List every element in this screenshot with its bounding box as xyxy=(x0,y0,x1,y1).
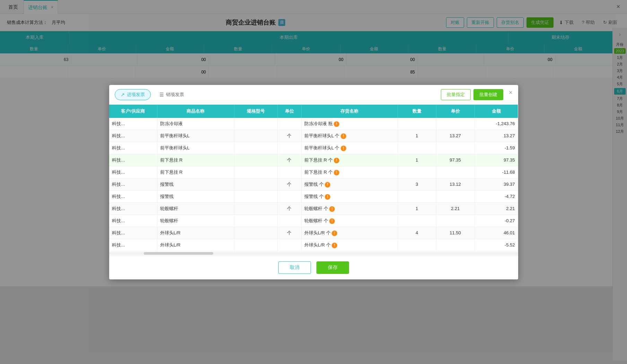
cell-supplier: 科技… xyxy=(109,190,157,202)
modal-close-btn[interactable]: × xyxy=(509,89,513,100)
cell-unit xyxy=(277,142,301,154)
cell-product-name: 轮毂螺杆 xyxy=(157,215,234,227)
table-row: 科技… 报警线 报警线 个 ! -4.72 xyxy=(109,190,518,202)
cell-unit-price xyxy=(436,190,474,202)
table-row: 科技… 轮毂螺杆 个 轮毂螺杆 个 ! 1 2.21 2.21 xyxy=(109,202,518,215)
warning-icon: ! xyxy=(334,121,339,127)
warning-icon: ! xyxy=(325,182,330,188)
cell-stock-name: 前平衡杆球头L 个 ! xyxy=(302,142,398,154)
modal-dialog: ↗ 进项发票 ☰ 销项发票 批量指定 批量创建 × 客户/供应商 商品名称 xyxy=(109,85,518,279)
cell-qty xyxy=(398,118,436,130)
cell-amount: 97.35 xyxy=(474,154,518,166)
cell-supplier: 科技… xyxy=(109,118,157,130)
th-product-name: 商品名称 xyxy=(157,105,234,118)
cell-stock-name: 前下悬挂 R 个 ! xyxy=(302,166,398,178)
cell-spec xyxy=(234,215,277,227)
cell-unit-price xyxy=(436,239,474,251)
cell-supplier: 科技… xyxy=(109,215,157,227)
cell-spec xyxy=(234,166,277,178)
batch-create-btn[interactable]: 批量创建 xyxy=(473,89,503,100)
cell-amount: 46.01 xyxy=(474,227,518,239)
cell-product-name: 前下悬挂 R xyxy=(157,154,234,166)
cell-qty xyxy=(398,142,436,154)
cell-product-name: 前平衡杆球头L xyxy=(157,142,234,154)
warning-icon: ! xyxy=(334,158,339,163)
warning-icon: ! xyxy=(341,133,346,139)
modal-table-container: 客户/供应商 商品名称 规格型号 单位 存货名称 数量 单价 金额 科技… 防冻… xyxy=(109,105,518,251)
cell-amount: -5.52 xyxy=(474,239,518,251)
cell-stock-name: 轮毂螺杆 个 ! xyxy=(302,202,398,215)
cell-unit-price xyxy=(436,166,474,178)
cell-stock-name: 轮毂螺杆 个 ! xyxy=(302,215,398,227)
cell-spec xyxy=(234,239,277,251)
cell-supplier: 科技… xyxy=(109,202,157,215)
cell-stock-name: 外球头L/R 个 ! xyxy=(302,239,398,251)
table-header-row: 客户/供应商 商品名称 规格型号 单位 存货名称 数量 单价 金额 xyxy=(109,105,518,118)
cell-stock-name: 前下悬挂 R 个 ! xyxy=(302,154,398,166)
outbound-icon: ☰ xyxy=(159,92,164,97)
cell-unit-price: 13.27 xyxy=(436,130,474,142)
warning-icon: ! xyxy=(334,170,339,175)
cell-unit: 个 xyxy=(277,202,301,215)
cell-qty xyxy=(398,215,436,227)
modal-header: ↗ 进项发票 ☰ 销项发票 批量指定 批量创建 × xyxy=(109,85,518,105)
cell-product-name: 前下悬挂 R xyxy=(157,166,234,178)
invoice-table: 客户/供应商 商品名称 规格型号 单位 存货名称 数量 单价 金额 科技… 防冻… xyxy=(109,105,518,251)
cancel-btn[interactable]: 取消 xyxy=(278,261,311,274)
cell-spec xyxy=(234,130,277,142)
cell-supplier: 科技… xyxy=(109,130,157,142)
cell-qty: 1 xyxy=(398,154,436,166)
cell-unit-price: 13.12 xyxy=(436,178,474,190)
cell-qty: 1 xyxy=(398,130,436,142)
cell-amount: 2.21 xyxy=(474,202,518,215)
cell-product-name: 前平衡杆球头L xyxy=(157,130,234,142)
cell-spec xyxy=(234,190,277,202)
cell-unit xyxy=(277,118,301,130)
cell-amount: -11.68 xyxy=(474,166,518,178)
table-row: 科技… 外球头L/R 个 外球头L/R 个 ! 4 11.50 46.01 xyxy=(109,227,518,239)
cell-product-name: 报警线 xyxy=(157,190,234,202)
cell-product-name: 报警线 xyxy=(157,178,234,190)
outbound-invoice-label: 销项发票 xyxy=(166,92,184,98)
cell-supplier: 科技… xyxy=(109,178,157,190)
cell-spec xyxy=(234,178,277,190)
table-row: 科技… 前下悬挂 R 个 前下悬挂 R 个 ! 1 97.35 97.35 xyxy=(109,154,518,166)
cell-unit: 个 xyxy=(277,178,301,190)
th-unit: 单位 xyxy=(277,105,301,118)
th-unit-price: 单价 xyxy=(436,105,474,118)
cell-amount: 39.37 xyxy=(474,178,518,190)
cell-supplier: 科技… xyxy=(109,154,157,166)
warning-icon: ! xyxy=(341,146,346,151)
warning-icon: ! xyxy=(325,194,330,200)
cell-product-name: 外球头L/R xyxy=(157,227,234,239)
th-spec: 规格型号 xyxy=(234,105,277,118)
cell-supplier: 科技… xyxy=(109,166,157,178)
cell-supplier: 科技… xyxy=(109,142,157,154)
cell-qty xyxy=(398,166,436,178)
cell-qty: 4 xyxy=(398,227,436,239)
cell-amount: 13.27 xyxy=(474,130,518,142)
batch-assign-btn[interactable]: 批量指定 xyxy=(441,89,471,100)
cell-qty: 1 xyxy=(398,202,436,215)
cell-product-name: 防冻冷却液 xyxy=(157,118,234,130)
table-row: 科技… 报警线 个 报警线 个 ! 3 13.12 39.37 xyxy=(109,178,518,190)
inbound-icon: ↗ xyxy=(121,92,125,97)
inbound-invoice-label: 进项发票 xyxy=(127,92,145,98)
cell-qty xyxy=(398,239,436,251)
warning-icon: ! xyxy=(329,206,335,212)
tab-outbound-invoice[interactable]: ☰ 销项发票 xyxy=(154,89,190,100)
cell-unit-price xyxy=(436,215,474,227)
cell-unit xyxy=(277,166,301,178)
cell-product-name: 轮毂螺杆 xyxy=(157,202,234,215)
cell-amount: -1.59 xyxy=(474,142,518,154)
save-btn[interactable]: 保存 xyxy=(316,261,349,274)
scrollbar-thumb[interactable] xyxy=(144,252,213,255)
cell-unit: 个 xyxy=(277,154,301,166)
horizontal-scrollbar[interactable] xyxy=(109,252,518,255)
cell-unit-price xyxy=(436,118,474,130)
tab-inbound-invoice[interactable]: ↗ 进项发票 xyxy=(115,89,151,100)
cell-unit xyxy=(277,190,301,202)
cell-stock-name: 报警线 个 ! xyxy=(302,190,398,202)
cell-unit-price: 2.21 xyxy=(436,202,474,215)
th-qty: 数量 xyxy=(398,105,436,118)
